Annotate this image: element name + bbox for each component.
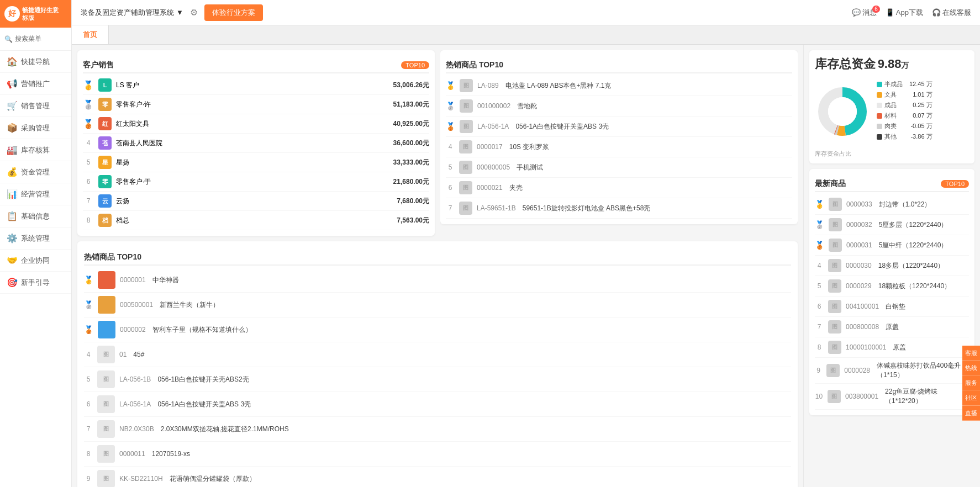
sidebar-item-企业协同[interactable]: 🤝企业协同 [0, 250, 71, 272]
rank-num: 5 [815, 282, 824, 290]
sidebar-nav: 🏠快捷导航📢营销推广🛒销售管理📦采购管理🏭库存核算💰资金管理📊经营管理📋基础信息… [0, 51, 71, 294]
customer-row: 🥇 L LS 客户 53,006.26元 [83, 76, 429, 95]
hot-sale-row: 🥉 0000002 智利车子里（规格不知道填什么） [84, 317, 791, 342]
product-img-placeholder: 图 [97, 470, 115, 487]
sidebar-item-销售管理[interactable]: 🛒销售管理 [0, 95, 71, 117]
product-avatar: 图 [828, 390, 841, 403]
nav-icon: 🏠 [7, 56, 18, 67]
product-name: 体碱嘉枝味苏打饮品400毫升（1*15） [877, 361, 969, 380]
right-panel: 库存总资金 9.88万 [803, 45, 980, 487]
product-name: 59651-1B旋转投影灯电池盒 ABS黑色+58壳 [523, 204, 792, 213]
product-name: 18多层（1220*2440） [878, 261, 944, 271]
hot-sale-row: 5 图 LA-056-1B 056-1B白色按键开关壳ABS2壳 [84, 367, 791, 392]
float-cs-item[interactable]: 服务 [962, 375, 980, 390]
settings-button[interactable]: ⚙ [190, 7, 198, 18]
product-code: 0000032 [846, 221, 872, 229]
sidebar-item-系统管理[interactable]: ⚙️系统管理 [0, 227, 71, 250]
trial-button[interactable]: 体验行业方案 [204, 4, 263, 21]
messages-button[interactable]: 💬 消息 6 [852, 8, 877, 18]
rank-medal: 🥉 [84, 325, 93, 334]
rank-num: 9 [815, 367, 822, 374]
product-name: 智利车子里（规格不知道填什么） [152, 325, 252, 335]
sidebar-item-快捷导航[interactable]: 🏠快捷导航 [0, 51, 71, 73]
sidebar-item-资金管理[interactable]: 💰资金管理 [0, 161, 71, 183]
rank-num: 8 [815, 343, 824, 351]
customer-amount: 40,925.00元 [393, 119, 429, 129]
legend-item: 半成品12.45 万 [877, 80, 932, 88]
product-name: 5厘中纤（1220*2440） [879, 241, 948, 250]
nav-icon: 📋 [7, 211, 18, 221]
float-cs-item[interactable]: 社区 [962, 390, 980, 405]
product-name: 原盖 [893, 343, 906, 352]
sidebar-item-经营管理[interactable]: 📊经营管理 [0, 183, 71, 205]
legend-dot [877, 113, 882, 119]
sidebar-item-新手引导[interactable]: 🎯新手引导 [0, 272, 71, 294]
hot-product-list-row: 6 图 0000021 夹壳 [446, 178, 792, 198]
hot-sales-card: 热销商品 TOP10 🥇 0000001 中华神器 🥈 000500001 新西… [77, 241, 798, 487]
content-area: 客户销售 TOP10 🥇 L LS 客户 53,006.26元 🥈 零 零售客户… [72, 45, 980, 487]
new-products-title: 最新商品 [815, 179, 846, 189]
hot-sale-row: 🥇 0000001 中华神器 [84, 268, 791, 293]
legend-item: 文具1.01 万 [877, 91, 932, 99]
new-product-row: 8 图 10000100001 原盖 [815, 337, 969, 358]
nav-icon: 🤝 [7, 255, 18, 266]
product-name: 原盖 [886, 322, 899, 332]
hot-sale-row: 7 图 NB2.0X30B 2.0X30MM双搓花轴,搓花直径2.1MM/ROH… [84, 417, 791, 442]
product-code: 0000029 [846, 282, 872, 290]
product-avatar: 图 [828, 320, 841, 334]
new-products-header: 最新商品 TOP10 [815, 174, 969, 192]
product-code: LA-056-1A [119, 400, 151, 408]
rank-num: 7 [84, 425, 93, 433]
tab-home[interactable]: 首页 [72, 25, 109, 44]
product-code: LA-089 [477, 82, 499, 89]
storage-label: 库存资金占比 [815, 150, 969, 158]
legend-name: 其他 [884, 133, 904, 141]
new-product-row: 5 图 0000029 18颗粒板（1220*2440） [815, 276, 969, 297]
rank-num: 5 [446, 163, 455, 171]
rank-num: 7 [815, 323, 824, 331]
product-avatar: 图 [828, 259, 841, 272]
sidebar-item-库存核算[interactable]: 🏭库存核算 [0, 139, 71, 161]
customer-amount: 21,680.00元 [393, 177, 429, 187]
online-service-button[interactable]: 🎧 在线客服 [932, 8, 971, 18]
float-cs-item[interactable]: 直播 [962, 406, 980, 421]
legend-name: 半成品 [884, 80, 903, 88]
hot-product-list-row: 🥈 图 001000002 雪地靴 [446, 96, 792, 117]
rank-medal: 🥈 [84, 300, 93, 309]
customer-row: 🥈 零 零售客户·许 51,183.00元 [83, 95, 429, 114]
search-menu-button[interactable]: 🔍 搜索菜单 [4, 32, 67, 46]
product-name: 056-1A白色按键开关盖ABS 3壳 [515, 122, 792, 131]
app-download-button[interactable]: 📱 App下载 [886, 8, 923, 18]
hot-products-list-header: 热销商品 TOP10 [446, 56, 792, 73]
sidebar-item-基础信息[interactable]: 📋基础信息 [0, 205, 71, 227]
hot-sale-row: 6 图 LA-056-1A 056-1A白色按键开关盖ABS 3壳 [84, 392, 791, 417]
product-avatar: 图 [829, 239, 842, 252]
new-product-row: 4 图 0000030 18多层（1220*2440） [815, 256, 969, 276]
legend-item: 成品0.25 万 [877, 101, 932, 109]
customer-avatar: 云 [98, 194, 112, 208]
new-product-row: 🥈 图 0000032 5厘多层（1220*2440） [815, 215, 969, 235]
product-avatar: 图 [826, 364, 840, 377]
nav-icon: ⚙️ [7, 233, 18, 244]
legend-dot [877, 134, 882, 140]
float-customer-service: 客服热线服务社区直播 [962, 346, 980, 421]
customer-amount: 53,006.26元 [393, 81, 429, 90]
nav-icon: 💰 [7, 167, 18, 177]
product-code: 000800008 [846, 323, 879, 331]
float-cs-item[interactable]: 热线 [962, 361, 980, 375]
legend-value: -3.86 万 [910, 133, 932, 141]
donut-legend: 半成品12.45 万文具1.01 万成品0.25 万材料0.07 万肉类-0.0… [877, 80, 932, 143]
product-avatar: 图 [459, 202, 472, 215]
sidebar-item-营销推广[interactable]: 📢营销推广 [0, 73, 71, 95]
new-product-row: 6 图 004100001 白钢垫 [815, 297, 969, 317]
hot-sale-row: 🥈 000500001 新西兰牛肉（新牛） [84, 293, 791, 317]
system-select[interactable]: 装备及固定资产辅助管理系统 ▼ [81, 8, 183, 18]
product-name: 封边带（1.0*22） [879, 200, 931, 209]
rank-num: 5 [84, 375, 93, 383]
rank-medal: 🥈 [83, 99, 94, 110]
nav-icon: 🎯 [7, 277, 18, 288]
legend-value: 12.45 万 [909, 80, 932, 88]
float-cs-item[interactable]: 客服 [962, 346, 980, 361]
product-name: 白钢垫 [886, 302, 905, 311]
sidebar-item-采购管理[interactable]: 📦采购管理 [0, 117, 71, 139]
